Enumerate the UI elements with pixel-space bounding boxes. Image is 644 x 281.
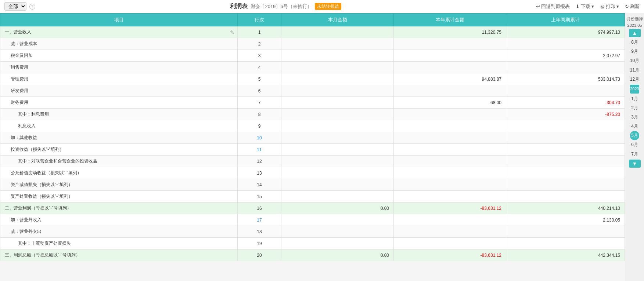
table-prev-amount-2: 2,072.97 xyxy=(506,50,625,62)
table-month-amount-18 xyxy=(281,238,394,249)
table-month-amount-10 xyxy=(281,144,394,156)
sidebar-month-3[interactable]: 11月 xyxy=(629,66,640,75)
table-month-amount-5 xyxy=(281,85,394,97)
sidebar-month-1[interactable]: 9月 xyxy=(629,47,640,56)
table-prev-amount-14 xyxy=(506,191,625,202)
table-ytd-amount-4: 94,883.87 xyxy=(394,73,506,85)
sidebar-down-btn[interactable]: ▼ xyxy=(629,160,641,168)
sidebar-month-7[interactable]: 2月 xyxy=(629,103,640,113)
table-row-item-1: 减：营业成本 xyxy=(0,38,238,50)
table-month-amount-6 xyxy=(281,97,394,109)
table-ytd-amount-19: -83,631.12 xyxy=(394,249,506,261)
download-button[interactable]: ⬇ 下载 ▾ xyxy=(576,3,594,10)
table-ytd-amount-6: 68.00 xyxy=(394,97,506,109)
sidebar-month-4[interactable]: 12月 xyxy=(629,75,640,84)
table-row-num-13: 14 xyxy=(238,179,281,191)
top-bar-actions: ↩ 回退到原报表 ⬇ 下载 ▾ 🖨 打印 ▾ ↻ 刷新 xyxy=(536,3,640,10)
table-ytd-amount-3 xyxy=(394,62,506,73)
table-month-amount-14 xyxy=(281,191,394,202)
report-title: 利润表 xyxy=(230,3,248,10)
col-header-item: 项目 xyxy=(0,14,238,26)
table-row-item-11: 其中：对联营企业和合营企业的投资收益 xyxy=(0,156,238,167)
table-row-item-0: 一、营业收入✎ xyxy=(0,26,238,38)
table-row-num-3: 4 xyxy=(238,62,281,73)
top-bar-center: 利润表 财会〔2019〕6号（未执行） 未结转损益 xyxy=(230,3,341,10)
table-row-num-17: 18 xyxy=(238,226,281,238)
sidebar-month-6[interactable]: 1月 xyxy=(629,94,640,103)
col-header-ytd: 本年累计金额 xyxy=(394,14,506,26)
table-month-amount-3 xyxy=(281,62,394,73)
table-ytd-amount-10 xyxy=(394,144,506,156)
sidebar-month-5[interactable]: 2023 xyxy=(630,85,639,94)
col-header-prev: 上年同期累计 xyxy=(506,14,625,26)
sidebar-month-8[interactable]: 3月 xyxy=(629,113,640,122)
col-header-rownum: 行次 xyxy=(238,14,281,26)
table-month-amount-11 xyxy=(281,156,394,167)
table-row-item-7: 其中：利息费用 xyxy=(0,109,238,120)
sidebar-month-2[interactable]: 10月 xyxy=(629,56,640,65)
table-month-amount-13 xyxy=(281,179,394,191)
profit-table: 项目 行次 本月金额 本年累计金额 上年同期累计 一、营业收入✎111,320.… xyxy=(0,13,625,261)
table-row-num-9[interactable]: 10 xyxy=(238,132,281,144)
table-prev-amount-7: -875.20 xyxy=(506,109,625,120)
sidebar-month-0[interactable]: 8月 xyxy=(629,38,640,47)
sidebar-month-9[interactable]: 4月 xyxy=(629,122,640,131)
table-row-num-1: 2 xyxy=(238,38,281,50)
table-row-item-13: 资产减值损失（损失以"-"填列） xyxy=(0,179,238,191)
table-prev-amount-13 xyxy=(506,179,625,191)
table-ytd-amount-18 xyxy=(394,238,506,249)
table-month-amount-0 xyxy=(281,26,394,38)
table-ytd-amount-0: 11,320.75 xyxy=(394,26,506,38)
right-sidebar: 月份选择 2023.05 ▲ 8月9月10月11月12月20231月2月3月4月… xyxy=(625,13,644,281)
scope-dropdown[interactable]: 全部 xyxy=(4,2,26,11)
edit-icon[interactable]: ✎ xyxy=(230,29,234,35)
table-row-num-14: 15 xyxy=(238,191,281,202)
table-month-amount-9 xyxy=(281,132,394,144)
table-row-num-10[interactable]: 11 xyxy=(238,144,281,156)
table-ytd-amount-15: -83,631.12 xyxy=(394,202,506,214)
sidebar-current-year: 2023.05 xyxy=(627,22,642,28)
table-row-item-3: 销售费用 xyxy=(0,62,238,73)
sidebar-label: 月份选择 xyxy=(625,15,644,22)
table-prev-amount-19: 442,344.15 xyxy=(506,249,625,261)
status-badge: 未结转损益 xyxy=(315,3,341,10)
table-ytd-amount-8 xyxy=(394,120,506,132)
back-button[interactable]: ↩ 回退到原报表 xyxy=(536,3,570,10)
table-ytd-amount-2 xyxy=(394,50,506,62)
table-month-amount-2 xyxy=(281,50,394,62)
table-row-num-12: 13 xyxy=(238,167,281,179)
table-month-amount-4 xyxy=(281,73,394,85)
print-button[interactable]: 🖨 打印 ▾ xyxy=(600,3,619,10)
table-prev-amount-6: -304.70 xyxy=(506,97,625,109)
table-ytd-amount-12 xyxy=(394,167,506,179)
table-row-item-12: 公允价值变动收益（损失以"-"填列） xyxy=(0,167,238,179)
table-row-item-4: 管理费用 xyxy=(0,73,238,85)
table-prev-amount-8 xyxy=(506,120,625,132)
table-row-num-0: 1 xyxy=(238,26,281,38)
sidebar-month-12[interactable]: 7月 xyxy=(629,150,640,159)
table-row-item-19: 三、利润总额（亏损总额以"-"号填列） xyxy=(0,249,238,261)
main-container: 项目 行次 本月金额 本年累计金额 上年同期累计 一、营业收入✎111,320.… xyxy=(0,13,644,281)
table-row-num-4: 5 xyxy=(238,73,281,85)
sidebar-month-11[interactable]: 6月 xyxy=(629,140,640,149)
table-ytd-amount-13 xyxy=(394,179,506,191)
table-month-amount-8 xyxy=(281,120,394,132)
table-row-num-2: 3 xyxy=(238,50,281,62)
col-header-month: 本月金额 xyxy=(281,14,394,26)
table-prev-amount-10 xyxy=(506,144,625,156)
table-prev-amount-12 xyxy=(506,167,625,179)
sidebar-up-btn[interactable]: ▲ xyxy=(629,29,641,37)
sidebar-months: 8月9月10月11月12月20231月2月3月4月5月6月7月 xyxy=(629,38,640,159)
refresh-button[interactable]: ↻ 刷新 xyxy=(625,3,640,10)
help-icon[interactable]: ? xyxy=(29,4,35,10)
table-month-amount-19: 0.00 xyxy=(281,249,394,261)
table-prev-amount-0: 974,997.10 xyxy=(506,26,625,38)
table-row-num-8: 9 xyxy=(238,120,281,132)
table-row-num-5: 6 xyxy=(238,85,281,97)
table-prev-amount-9 xyxy=(506,132,625,144)
table-row-num-16[interactable]: 17 xyxy=(238,214,281,226)
sidebar-month-10[interactable]: 5月 xyxy=(630,131,639,140)
table-row-num-18: 19 xyxy=(238,238,281,249)
table-prev-amount-4: 533,014.73 xyxy=(506,73,625,85)
table-header-row: 项目 行次 本月金额 本年累计金额 上年同期累计 xyxy=(0,14,625,26)
